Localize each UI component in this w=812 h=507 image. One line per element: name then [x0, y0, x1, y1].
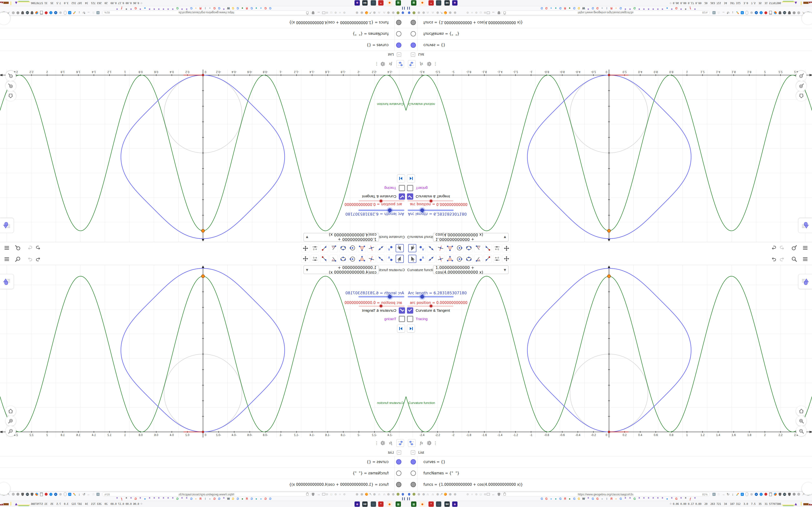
thumb-icon[interactable] [11, 10, 15, 15]
uo-icon[interactable]: UO [26, 492, 30, 497]
zoom-in-button[interactable] [796, 81, 806, 91]
target-icon[interactable]: ⊙ [325, 492, 329, 497]
visibility-marble[interactable] [411, 20, 416, 25]
bookmark-favicon[interactable]: * [651, 497, 655, 501]
arc-position-slider-knob[interactable] [430, 200, 433, 202]
wrench-icon[interactable]: † [368, 492, 373, 497]
algebra-style-button[interactable] [408, 439, 416, 447]
floppy64-app-icon[interactable]: 64 [362, 501, 367, 507]
bookmark-favicon[interactable]: G [190, 497, 193, 501]
bookmark-favicon[interactable]: ● [143, 497, 147, 501]
shield-icon[interactable] [311, 10, 315, 15]
terminal-app-icon[interactable]: ▣ [396, 0, 401, 6]
bookmark-favicon[interactable]: i [605, 497, 609, 501]
mouse-icon[interactable] [63, 492, 67, 497]
zoom-in-button[interactable] [6, 416, 16, 426]
olive-dot-icon[interactable] [396, 492, 400, 497]
tool-circle-center-point-button[interactable] [349, 244, 357, 252]
globe-icon[interactable]: ⊕ [391, 10, 395, 15]
function-tools-button[interactable]: fx [387, 439, 394, 447]
arc-length-slider-knob[interactable] [388, 295, 392, 299]
gear-icon[interactable]: ⊛ [58, 492, 62, 497]
bookmark-favicon[interactable]: ● [143, 6, 147, 10]
graph-canvas[interactable]: -2.4-2.2-2-1.8-1.6-1.4-1.2-1-0.8-0.6-0.4… [406, 69, 812, 242]
view-options-tab[interactable] [798, 274, 812, 289]
download-icon[interactable]: ↓ [77, 10, 81, 15]
bookmark-favicon[interactable]: * [642, 497, 646, 501]
bookmark-favicon[interactable]: * [656, 6, 660, 10]
menu-button[interactable] [3, 244, 10, 251]
globe-color-icon[interactable] [773, 10, 777, 15]
bookmark-favicon[interactable]: Я [245, 497, 249, 501]
bookmark-favicon[interactable]: * [152, 6, 156, 10]
bookmark-favicon[interactable]: G [213, 6, 216, 10]
visibility-marble[interactable] [411, 43, 416, 48]
target-icon[interactable]: ⊙ [334, 492, 337, 497]
visibility-marble[interactable] [411, 482, 416, 487]
pin-icon[interactable] [401, 10, 405, 15]
bookmark-favicon[interactable]: * [166, 497, 170, 501]
cat-app-icon[interactable]: ● [355, 0, 360, 6]
arc-position-slider[interactable] [359, 201, 404, 201]
function-selector[interactable]: 1.000000000000 + cos(4.000000000000 x) ▼ [304, 233, 379, 241]
bookmark-favicon[interactable]: Я [609, 6, 613, 10]
gear-icon[interactable]: ⊛ [360, 492, 364, 497]
square-icon[interactable]: □ [329, 10, 333, 15]
algebra-row[interactable]: funcs = {1.000000000000 + cos(4.00000000… [0, 17, 406, 28]
visibility-marble[interactable] [411, 470, 416, 476]
brush-icon[interactable] [73, 10, 77, 15]
algebra-row[interactable]: curves = {} [0, 456, 406, 467]
add-icon[interactable]: + [54, 492, 58, 497]
add-icon[interactable]: + [755, 492, 758, 497]
tool-circle-center-point-button[interactable] [349, 255, 357, 263]
gear-icon[interactable]: ⊛ [360, 10, 364, 15]
settings-app-icon[interactable]: * [428, 501, 434, 507]
list-group-header[interactable]: − List [0, 449, 406, 456]
play-animation-button[interactable] [397, 325, 405, 332]
settings-app-icon[interactable]: * [378, 0, 384, 6]
bookmark-favicon[interactable]: ● [208, 6, 212, 10]
sync-icon[interactable]: ↕ [759, 10, 763, 15]
arc-length-slider-knob[interactable] [388, 208, 392, 212]
bookmark-favicon[interactable]: G [591, 6, 595, 10]
url-bar[interactable]: https://www.geogebra.org/classic/aagcxh3… [501, 492, 710, 496]
arc-icon[interactable]: ∩ [425, 10, 430, 15]
bookmark-favicon[interactable]: * [693, 497, 697, 501]
url-bar[interactable]: https://www.geogebra.org/classic/aagcxh3… [102, 11, 311, 15]
bookmark-favicon[interactable]: * [647, 497, 651, 501]
target-icon[interactable]: ⊙ [475, 492, 478, 497]
algebra-row[interactable]: funcNames = {" "} [406, 467, 812, 479]
settings-app-icon[interactable]: * [378, 501, 384, 507]
globe-gray-icon[interactable] [16, 492, 20, 497]
bookmark-favicon[interactable]: G [268, 6, 272, 10]
bookmark-favicon[interactable]: ● [665, 6, 669, 10]
reload-icon[interactable]: ↻ [726, 10, 730, 15]
bookmark-favicon[interactable]: f [688, 6, 692, 10]
tool-reflect-about-line-button[interactable] [484, 255, 492, 263]
arc-length-slider-label[interactable]: Arc length = 6.283185307180 [408, 212, 467, 216]
sync-icon[interactable]: ↕ [49, 10, 53, 15]
arc-length-slider-label[interactable]: Arc length = 6.283185307180 [408, 291, 467, 295]
bookmark-favicon[interactable]: G [250, 497, 254, 501]
arc-position-slider-label[interactable]: arc position = 0.000000000000 [345, 300, 402, 305]
trash-icon[interactable] [768, 10, 772, 15]
circle-icon[interactable]: ○ [470, 10, 474, 15]
bookmark-favicon[interactable]: ▪ [614, 497, 618, 501]
bookmark-favicon[interactable]: f [120, 497, 124, 501]
graphics-view[interactable]: -2.4-2.2-2-1.8-1.6-1.4-1.2-1-0.8-0.6-0.4… [0, 265, 406, 438]
globe-icon[interactable]: ⊕ [417, 10, 421, 15]
shield-icon[interactable] [497, 10, 501, 15]
url-bar[interactable]: https://www.geogebra.org/classic/aagcxh3… [501, 11, 710, 15]
bookmark-favicon[interactable]: ● [549, 497, 553, 501]
bookmark-favicon[interactable]: * [124, 6, 128, 10]
bookmark-favicon[interactable]: * [138, 6, 142, 10]
download-icon[interactable]: ↓ [77, 492, 81, 497]
tool-move-graphics-view-button[interactable] [502, 255, 511, 263]
tool-move-graphics-view-button[interactable] [301, 255, 310, 263]
globe-icon[interactable]: ⊕ [417, 492, 421, 497]
translate-icon[interactable]: A [96, 10, 100, 15]
function-selector[interactable]: 1.000000000000 + cos(4.000000000000 x) ▼ [433, 233, 508, 241]
tool-line-button[interactable] [427, 244, 435, 252]
function-tools-button[interactable]: fx [418, 439, 425, 447]
circle-icon[interactable]: ○ [338, 492, 342, 497]
